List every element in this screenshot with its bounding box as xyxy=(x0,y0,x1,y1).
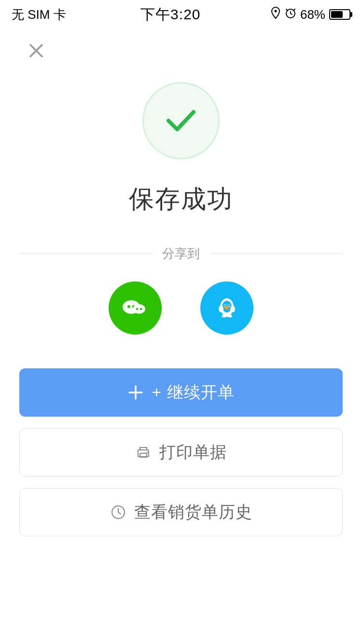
wechat-share-button[interactable] xyxy=(109,281,162,335)
history-button-label: 查看销货单历史 xyxy=(134,501,252,523)
svg-point-7 xyxy=(133,304,145,314)
svg-point-0 xyxy=(274,10,277,12)
svg-point-18 xyxy=(230,306,235,312)
success-icon-container xyxy=(142,82,220,159)
battery-label: 68% xyxy=(300,7,325,22)
share-label: 分享到 xyxy=(162,245,200,262)
print-button[interactable]: 打印单据 xyxy=(19,428,343,476)
status-bar: 无 SIM 卡 下午3:20 68% xyxy=(0,0,362,29)
svg-point-14 xyxy=(224,305,225,306)
success-title: 保存成功 xyxy=(129,182,233,216)
continue-button-label: + 继续开单 xyxy=(152,381,234,404)
carrier-label: 无 SIM 卡 xyxy=(12,6,66,23)
clock-icon xyxy=(110,504,126,520)
divider-line-left xyxy=(19,253,153,254)
continue-button[interactable]: + 继续开单 xyxy=(19,368,343,417)
main-content: 保存成功 分享到 xyxy=(0,29,362,644)
status-right: 68% xyxy=(270,7,350,23)
svg-point-21 xyxy=(227,315,232,318)
svg-point-5 xyxy=(127,305,130,308)
history-button[interactable]: 查看销货单历史 xyxy=(19,488,343,536)
svg-point-9 xyxy=(140,308,142,310)
status-time: 下午3:20 xyxy=(140,5,200,25)
print-button-label: 打印单据 xyxy=(159,441,227,463)
alarm-icon xyxy=(285,7,296,23)
svg-point-26 xyxy=(147,452,148,453)
close-button[interactable] xyxy=(24,39,48,63)
status-left: 无 SIM 卡 xyxy=(12,6,71,23)
location-icon xyxy=(270,7,281,23)
check-icon xyxy=(162,100,200,141)
share-icons-row xyxy=(109,281,253,335)
share-divider: 分享到 xyxy=(19,245,343,262)
printer-icon xyxy=(135,444,152,461)
plus-icon xyxy=(127,384,144,401)
divider-line-right xyxy=(209,253,343,254)
action-buttons-container: + 继续开单 打印单据 查看销货单历史 xyxy=(19,368,343,536)
close-button-wrap xyxy=(19,29,343,68)
svg-point-17 xyxy=(219,306,223,312)
svg-point-15 xyxy=(228,305,229,306)
qq-share-button[interactable] xyxy=(200,281,253,335)
svg-point-8 xyxy=(136,308,138,310)
svg-point-20 xyxy=(222,315,226,318)
battery-icon xyxy=(329,9,350,20)
svg-point-16 xyxy=(224,307,229,309)
